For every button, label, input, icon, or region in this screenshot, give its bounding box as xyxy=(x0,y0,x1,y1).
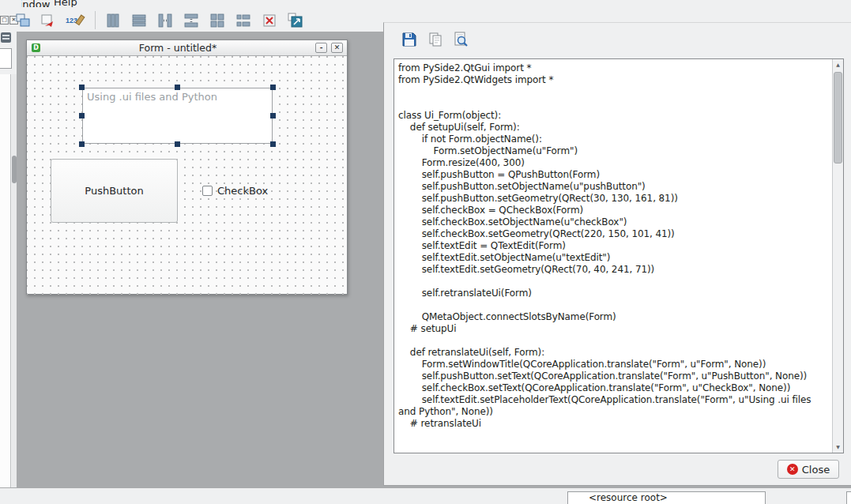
splitter-vertical-icon xyxy=(157,13,173,28)
break-layout-icon xyxy=(262,13,277,28)
form-window-titlebar[interactable]: D Form - untitled* - ✕ xyxy=(27,40,347,56)
code-line: self.textEdit = QTextEdit(Form) xyxy=(398,240,830,252)
code-line: QMetaObject.connectSlotsByName(Form) xyxy=(398,311,830,323)
layout-vertical-icon xyxy=(105,13,121,28)
scroll-up-arrow[interactable]: ▲ xyxy=(833,59,843,70)
find-button[interactable] xyxy=(451,30,470,49)
selection-handle[interactable] xyxy=(270,141,276,147)
menubar: Window Help xyxy=(0,0,851,7)
svg-text:123: 123 xyxy=(66,17,77,24)
selection-handle[interactable] xyxy=(79,141,85,147)
code-line: self.pushButton = QPushButton(Form) xyxy=(398,169,830,181)
code-view[interactable]: from PySide2.QtGui import *from PySide2.… xyxy=(393,58,844,453)
code-line: Form.setObjectName(u"Form") xyxy=(398,145,830,157)
code-line xyxy=(398,276,830,288)
code-line: # retranslateUi xyxy=(398,418,830,430)
selection-handle[interactable] xyxy=(175,85,180,90)
pushbutton-widget[interactable]: PushButton xyxy=(51,159,178,223)
code-line xyxy=(398,299,830,311)
checkbox-indicator[interactable] xyxy=(202,186,213,196)
edit-tab-order-button[interactable]: 123 xyxy=(63,10,87,31)
close-button-label: Close xyxy=(802,464,830,476)
code-preview-dialog: from PySide2.QtGui import *from PySide2.… xyxy=(383,22,851,486)
layout-vertical-button[interactable] xyxy=(103,10,123,31)
layout-form-button[interactable] xyxy=(233,10,254,31)
resource-root-item[interactable]: <resource root> xyxy=(589,492,668,503)
adjust-size-icon xyxy=(287,12,304,29)
splitter-horizontal-button[interactable] xyxy=(181,10,201,31)
code-line: from PySide2.QtWidgets import * xyxy=(398,74,830,86)
code-line: class Ui_Form(object): xyxy=(398,110,830,122)
selection-handle[interactable] xyxy=(79,113,85,118)
code-line: self.retranslateUi(Form) xyxy=(398,288,830,299)
copy-button[interactable] xyxy=(426,30,445,49)
resource-list[interactable]: <resource root> xyxy=(567,491,766,504)
code-line xyxy=(398,86,830,98)
adjust-size-button[interactable] xyxy=(285,10,306,31)
checkbox-label: CheckBox xyxy=(217,185,268,197)
layout-grid-button[interactable] xyxy=(207,10,228,31)
code-line: and Python", None)) xyxy=(398,406,830,418)
code-line: def setupUi(self, Form): xyxy=(398,122,830,134)
edit-tab-order-icon: 123 xyxy=(65,13,85,28)
code-scrollbar-thumb[interactable] xyxy=(834,72,842,164)
menu-help[interactable]: Help xyxy=(54,0,77,7)
layout-grid-icon xyxy=(209,13,225,28)
code-line: self.checkBox.setGeometry(QRect(220, 150… xyxy=(398,228,830,240)
code-line xyxy=(398,98,830,110)
code-line: self.checkBox.setObjectName(u"checkBox") xyxy=(398,216,830,228)
edit-signals-button[interactable] xyxy=(38,10,58,31)
code-line: self.checkBox.setText(QCoreApplication.t… xyxy=(398,382,830,394)
code-line: def retranslateUi(self, Form): xyxy=(398,347,830,359)
splitter-horizontal-icon xyxy=(183,13,199,28)
widget-box-icon xyxy=(1,32,11,43)
code-line: self.pushButton.setText(QCoreApplication… xyxy=(398,370,830,382)
code-line: # setupUi xyxy=(398,323,830,335)
splitter-vertical-button[interactable] xyxy=(155,10,175,31)
copy-icon xyxy=(427,31,444,48)
minimize-button[interactable]: - xyxy=(315,43,327,53)
selection-handle[interactable] xyxy=(270,85,276,90)
edit-widgets-button[interactable] xyxy=(13,10,33,31)
form-window-icon: D xyxy=(32,43,40,52)
resource-panel-fragment xyxy=(846,491,851,504)
textedit-placeholder: Using .ui files and Python xyxy=(83,88,272,103)
code-line: Form.resize(400, 300) xyxy=(398,157,830,169)
selection-handle[interactable] xyxy=(79,85,85,90)
layout-form-icon xyxy=(235,13,251,28)
find-icon xyxy=(452,31,469,48)
widget-filter-input[interactable] xyxy=(0,48,12,69)
layout-horizontal-icon xyxy=(131,13,147,28)
code-line: if not Form.objectName(): xyxy=(398,134,830,145)
code-line: self.checkBox = QCheckBox(Form) xyxy=(398,205,830,216)
code-line: self.pushButton.setGeometry(QRect(30, 13… xyxy=(398,193,830,205)
code-scrollbar[interactable]: ▲ ▼ xyxy=(832,59,843,453)
scroll-down-arrow[interactable]: ▼ xyxy=(833,442,843,453)
selection-handle[interactable] xyxy=(175,141,180,147)
form-canvas[interactable]: Using .ui files and Python PushButton Ch… xyxy=(27,56,347,295)
save-button[interactable] xyxy=(400,30,419,49)
edit-signals-icon xyxy=(40,13,56,28)
code-line: self.textEdit.setGeometry(QRect(70, 40, … xyxy=(398,264,830,276)
close-icon: ✕ xyxy=(787,464,798,475)
widget-box-list[interactable] xyxy=(0,74,11,504)
code-line: self.pushButton.setObjectName(u"pushButt… xyxy=(398,181,830,193)
code-line xyxy=(398,335,830,347)
layout-horizontal-button[interactable] xyxy=(129,10,149,31)
form-window-title: Form - untitled* xyxy=(40,42,315,54)
code-line: from PySide2.QtGui import * xyxy=(398,62,830,74)
checkbox-widget[interactable]: CheckBox xyxy=(201,175,281,207)
close-window-button[interactable]: ✕ xyxy=(331,43,343,53)
save-icon xyxy=(401,31,418,48)
code-line: self.textEdit.setObjectName(u"textEdit") xyxy=(398,252,830,264)
menu-window[interactable]: Window xyxy=(21,0,51,7)
form-editor-window: D Form - untitled* - ✕ Using .ui files a… xyxy=(26,39,348,295)
textedit-widget[interactable]: Using .ui files and Python xyxy=(82,88,273,144)
resource-browser-dock: <resource root> xyxy=(0,487,851,504)
code-line: Form.setWindowTitle(QCoreApplication.tra… xyxy=(398,359,830,370)
toolbar-separator xyxy=(95,11,96,29)
break-layout-button[interactable] xyxy=(259,10,280,31)
selection-handle[interactable] xyxy=(270,113,276,118)
code-line: self.textEdit.setPlaceholderText(QCoreAp… xyxy=(398,394,830,406)
close-button[interactable]: ✕ Close xyxy=(778,460,839,479)
